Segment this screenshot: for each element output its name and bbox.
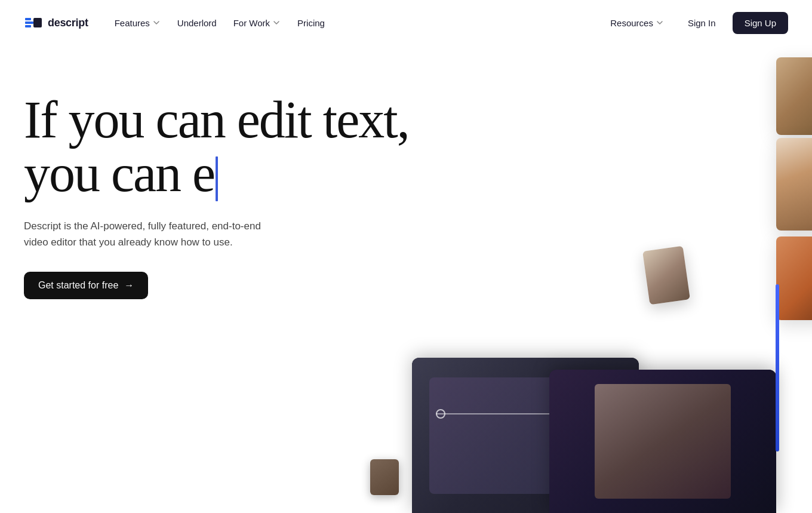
nav-pricing[interactable]: Pricing [290, 13, 332, 33]
cta-button[interactable]: Get started for free → [24, 272, 148, 299]
photo-card-3 [776, 236, 812, 320]
photo-card-1 [776, 57, 812, 135]
selection-line [436, 413, 603, 414]
sign-in-button[interactable]: Sign In [678, 13, 725, 33]
hero-visuals [364, 45, 812, 513]
for-work-chevron-icon [272, 19, 281, 27]
screen-left [412, 358, 639, 513]
logo-text: descript [48, 17, 88, 29]
screen-left-inner [412, 358, 639, 513]
logo[interactable]: descript [24, 13, 88, 32]
hero-subtext: Descript is the AI-powered, fully featur… [24, 218, 287, 250]
selection-dot [436, 409, 445, 419]
resources-chevron-icon [656, 19, 664, 27]
hero-headline-line2: you can e [24, 147, 218, 201]
nav-left: descript Features Underlord For Work Pri… [24, 13, 332, 33]
nav-for-work[interactable]: For Work [226, 13, 288, 33]
nav-resources[interactable]: Resources [603, 13, 671, 33]
nav-right: Resources Sign In Sign Up [603, 12, 788, 34]
blue-accent-bar [776, 284, 779, 451]
text-cursor [216, 156, 218, 201]
screen-right-content [549, 370, 776, 513]
cta-label: Get started for free [38, 280, 118, 291]
nav-features[interactable]: Features [107, 13, 168, 33]
hero-headline: If you can edit text, you can e [24, 93, 409, 201]
hero-headline-line1: If you can edit text, [24, 91, 409, 149]
screen-left-content [429, 377, 622, 494]
photo-card-2 [776, 138, 812, 231]
nav-underlord[interactable]: Underlord [170, 13, 224, 33]
avatar-thumbnail [370, 459, 399, 495]
screen-right [549, 370, 776, 513]
floating-photo [642, 246, 690, 305]
svg-rect-2 [25, 25, 31, 27]
svg-rect-1 [25, 21, 33, 24]
navbar: descript Features Underlord For Work Pri… [0, 0, 812, 45]
cta-arrow-icon: → [124, 280, 134, 291]
svg-rect-3 [33, 18, 42, 27]
hero-section: If you can edit text, you can e Descript… [0, 45, 812, 513]
descript-logo-icon [24, 13, 43, 32]
nav-links-left: Features Underlord For Work Pricing [107, 13, 332, 33]
svg-rect-0 [25, 18, 31, 20]
hero-content: If you can edit text, you can e Descript… [24, 93, 409, 299]
screen-right-person [595, 384, 731, 499]
features-chevron-icon [152, 19, 161, 27]
screen-right-inner [549, 370, 776, 513]
sign-up-button[interactable]: Sign Up [733, 12, 788, 34]
